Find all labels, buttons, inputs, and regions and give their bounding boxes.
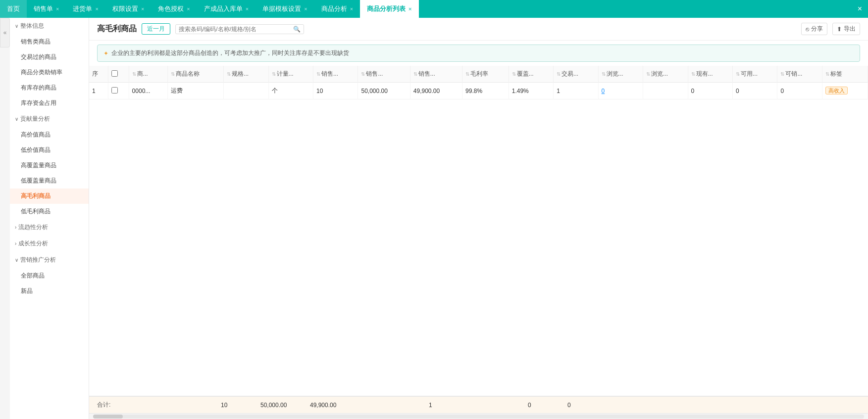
collapse-icon: ∨ — [15, 116, 18, 122]
date-filter-button[interactable]: 近一月 — [142, 23, 170, 35]
col-header-seq: 序 — [89, 66, 108, 83]
nav-item-产成品入库单[interactable]: 产成品入库单× — [197, 0, 255, 18]
nav-close-icon[interactable]: × — [141, 6, 144, 12]
search-input[interactable] — [179, 26, 293, 33]
cell-grossMargin: 99.8% — [462, 83, 509, 99]
close-all-tabs-button[interactable]: × — [852, 4, 868, 13]
sidebar-item-高毛利商品[interactable]: 高毛利商品 — [10, 188, 89, 204]
search-icon[interactable]: 🔍 — [293, 26, 301, 33]
col-header-name[interactable]: ⇅商品名称 — [168, 66, 224, 83]
col-header-grossMargin[interactable]: ⇅毛利率 — [462, 66, 509, 83]
nav-item-商品分析列表[interactable]: 商品分析列表× — [360, 0, 418, 18]
sort-icon: ⇅ — [557, 71, 561, 77]
col-header-code[interactable]: ⇅商... — [129, 66, 168, 83]
nav-item-角色授权[interactable]: 角色授权× — [151, 0, 197, 18]
col-label: 可销... — [785, 70, 802, 77]
sidebar-item-新品[interactable]: 新品 — [10, 283, 89, 299]
cell-available: 0 — [732, 83, 777, 99]
sidebar-group-营销推广分析[interactable]: ∨营销推广分析 — [10, 252, 89, 268]
tag-badge: 高收入 — [825, 87, 848, 94]
top-nav: 首页销售单×进货单×权限设置×角色授权×产成品入库单×单据模板设置×商品分析×商… — [0, 0, 868, 18]
sidebar: ∨整体信息销售类商品交易过的商品商品分类助销率有库存的商品库存资金占用∨贡献量分… — [10, 18, 89, 419]
sort-icon: ⇅ — [272, 71, 276, 77]
sort-icon: ⇅ — [691, 71, 695, 77]
col-header-salesQty[interactable]: ⇅销售... — [313, 66, 358, 83]
sidebar-toggle[interactable]: « — [0, 18, 10, 47]
sidebar-item-低价值商品[interactable]: 低价值商品 — [10, 142, 89, 158]
table-row: 10000...运费个1050,000.0049,900.0099.8%1.49… — [89, 83, 868, 99]
footer-label: 合计: — [89, 401, 218, 409]
col-header-view1[interactable]: ⇅浏览... — [598, 66, 643, 83]
sidebar-item-销售类商品[interactable]: 销售类商品 — [10, 34, 89, 49]
sort-icon: ⇅ — [227, 71, 231, 77]
sidebar-item-高价值商品[interactable]: 高价值商品 — [10, 127, 89, 142]
nav-close-icon[interactable]: × — [56, 6, 59, 12]
col-header-salesAmt2[interactable]: ⇅销售... — [410, 66, 462, 83]
nav-item-首页[interactable]: 首页 — [0, 0, 27, 18]
export-button[interactable]: ⬆ 导出 — [832, 23, 860, 35]
sidebar-group-流趋性分析[interactable]: ›流趋性分析 — [10, 219, 89, 235]
search-box: 🔍 — [175, 24, 304, 34]
share-button[interactable]: ⎋ 分享 — [801, 23, 827, 35]
nav-close-icon[interactable]: × — [350, 6, 353, 12]
sidebar-group-贡献量分析[interactable]: ∨贡献量分析 — [10, 111, 89, 127]
sidebar-item-高覆盖量商品[interactable]: 高覆盖量商品 — [10, 158, 89, 173]
nav-item-单据模板设置[interactable]: 单据模板设置× — [255, 0, 314, 18]
cell-link[interactable]: 0 — [602, 88, 605, 94]
col-header-coverage[interactable]: ⇅覆盖... — [509, 66, 553, 83]
content-header: 高毛利商品 近一月 🔍 ⎋ 分享 ⬆ 导出 — [89, 18, 868, 41]
export-icon: ⬆ — [837, 26, 842, 33]
col-label: 商... — [137, 70, 148, 77]
cell-tag: 高收入 — [822, 83, 868, 99]
nav-item-进货单[interactable]: 进货单× — [66, 0, 105, 18]
col-label: 标签 — [830, 70, 842, 77]
footer-salesamt2: 49,900.00 — [307, 402, 357, 409]
sidebar-item-低毛利商品[interactable]: 低毛利商品 — [10, 204, 89, 219]
col-header-transaction[interactable]: ⇅交易... — [554, 66, 598, 83]
sidebar-item-全部商品[interactable]: 全部商品 — [10, 268, 89, 283]
sidebar-item-交易过的商品[interactable]: 交易过的商品 — [10, 49, 89, 65]
row-checkbox[interactable] — [111, 87, 118, 93]
select-all-checkbox[interactable] — [111, 70, 118, 77]
nav-close-icon[interactable]: × — [187, 6, 190, 12]
nav-item-权限设置[interactable]: 权限设置× — [105, 0, 151, 18]
footer-salesamt: 50,000.00 — [257, 402, 307, 409]
cell-checkbox[interactable] — [108, 83, 129, 99]
col-header-saleable[interactable]: ⇅可销... — [777, 66, 822, 83]
cell-unit: 个 — [268, 83, 313, 99]
nav-close-icon[interactable]: × — [304, 6, 307, 12]
cell-view1[interactable]: 0 — [598, 83, 643, 99]
col-header-available[interactable]: ⇅可用... — [732, 66, 777, 83]
col-header-unit[interactable]: ⇅计量... — [268, 66, 313, 83]
col-header-current[interactable]: ⇅现有... — [688, 66, 732, 83]
nav-close-icon[interactable]: × — [246, 6, 249, 12]
col-header-tag[interactable]: ⇅标签 — [822, 66, 868, 83]
collapse-icon: ∨ — [15, 23, 18, 29]
sidebar-item-库存资金占用[interactable]: 库存资金占用 — [10, 95, 89, 111]
footer-current: 0 — [525, 402, 564, 409]
sidebar-group-成长性分析[interactable]: ›成长性分析 — [10, 235, 89, 252]
sidebar-group-label: 贡献量分析 — [20, 115, 50, 123]
sidebar-item-商品分类助销率[interactable]: 商品分类助销率 — [10, 65, 89, 80]
info-icon: ✦ — [103, 50, 108, 57]
col-header-spec[interactable]: ⇅规格... — [224, 66, 268, 83]
nav-item-销售单[interactable]: 销售单× — [27, 0, 66, 18]
action-buttons: ⎋ 分享 ⬆ 导出 — [801, 23, 860, 35]
nav-item-商品分析[interactable]: 商品分析× — [314, 0, 360, 18]
sort-icon: ⇅ — [361, 71, 365, 77]
expand-icon: › — [15, 225, 16, 230]
sidebar-item-低覆盖量商品[interactable]: 低覆盖量商品 — [10, 173, 89, 188]
horizontal-scrollbar[interactable] — [89, 413, 868, 419]
content-area: 高毛利商品 近一月 🔍 ⎋ 分享 ⬆ 导出 ✦ 企业的主要的利润都是这部分商品创… — [89, 18, 868, 419]
share-icon: ⎋ — [806, 26, 809, 33]
nav-close-icon[interactable]: × — [408, 6, 411, 12]
sort-icon: ⇅ — [413, 71, 417, 77]
sort-icon: ⇅ — [132, 71, 136, 77]
sidebar-item-有库存的商品[interactable]: 有库存的商品 — [10, 80, 89, 95]
nav-close-icon[interactable]: × — [95, 6, 98, 12]
cell-seq: 1 — [89, 83, 108, 99]
col-header-salesAmt[interactable]: ⇅销售... — [358, 66, 410, 83]
sidebar-group-整体信息[interactable]: ∨整体信息 — [10, 18, 89, 34]
col-header-view2[interactable]: ⇅浏览... — [643, 66, 688, 83]
cell-saleable: 0 — [777, 83, 822, 99]
